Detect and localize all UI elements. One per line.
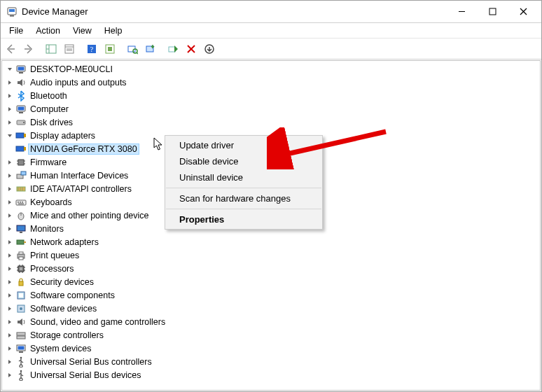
tree-item-label: Monitors <box>30 224 64 234</box>
chevron-right-icon[interactable] <box>5 171 15 181</box>
tree-item-system[interactable]: System devices <box>5 342 540 355</box>
svg-rect-36 <box>16 146 24 151</box>
chevron-right-icon[interactable] <box>5 158 15 167</box>
chevron-right-icon[interactable] <box>5 317 15 327</box>
chevron-right-icon[interactable] <box>5 251 15 260</box>
chevron-right-icon[interactable] <box>5 78 15 88</box>
context-menu-update-driver[interactable]: Update driver <box>165 137 322 153</box>
chevron-right-icon[interactable] <box>5 118 15 127</box>
chevron-right-icon[interactable] <box>5 184 15 194</box>
storage-ctl-icon <box>15 330 27 341</box>
forward-button[interactable] <box>20 41 37 57</box>
menu-help[interactable]: Help <box>99 24 128 37</box>
sound-icon <box>15 316 27 328</box>
svg-rect-58 <box>17 240 24 244</box>
keyboard-icon <box>15 197 27 208</box>
menu-action[interactable]: Action <box>30 24 66 37</box>
tree-item-swcomp[interactable]: Software components <box>5 288 540 302</box>
tree-item-label: IDE ATA/ATAPI controllers <box>30 184 132 194</box>
chevron-down-icon[interactable] <box>5 64 15 74</box>
tree-item-label: Storage controllers <box>30 330 104 340</box>
svg-rect-62 <box>19 257 23 260</box>
toolbar: ? <box>1 38 541 59</box>
hid-icon <box>15 170 27 181</box>
chevron-right-icon[interactable] <box>5 330 15 340</box>
menu-file[interactable]: File <box>4 24 29 37</box>
tree-item-label: Software components <box>30 290 115 300</box>
minimize-button[interactable] <box>446 1 477 22</box>
svg-rect-75 <box>19 293 23 298</box>
window-title: Device Manager <box>22 6 88 17</box>
chevron-right-icon[interactable] <box>5 197 15 207</box>
show-hide-tree-button[interactable] <box>43 41 60 57</box>
tree-item-network[interactable]: Network adapters <box>5 235 540 248</box>
software-comp-icon <box>15 290 27 301</box>
chevron-right-icon[interactable] <box>5 237 15 247</box>
tree-item-label: Human Interface Devices <box>30 171 128 181</box>
disable-device-toolbar-button[interactable] <box>201 41 218 57</box>
tree-item-printq[interactable]: Print queues <box>5 248 540 262</box>
tree-item-usbdev[interactable]: Universal Serial Bus devices <box>5 368 540 382</box>
svg-rect-34 <box>16 133 24 138</box>
context-menu-scan-hardware[interactable]: Scan for hardware changes <box>165 190 322 206</box>
properties-toolbar-button[interactable] <box>61 41 78 57</box>
tree-item-security[interactable]: Security devices <box>5 275 540 288</box>
chevron-right-icon[interactable] <box>5 264 15 274</box>
svg-rect-52 <box>22 202 23 203</box>
menu-view[interactable]: View <box>67 24 97 37</box>
svg-point-33 <box>23 122 25 123</box>
chevron-right-icon[interactable] <box>5 357 15 367</box>
chevron-right-icon[interactable] <box>5 370 15 380</box>
chevron-right-icon[interactable] <box>5 290 15 300</box>
tree-item-label: Sound, video and game controllers <box>30 317 165 327</box>
update-driver-toolbar-button[interactable] <box>142 41 159 57</box>
chevron-right-icon[interactable] <box>5 104 15 114</box>
enable-device-toolbar-button[interactable] <box>165 41 181 57</box>
action-toolbar-button[interactable] <box>102 41 118 57</box>
tree-item-usbctl[interactable]: Universal Serial Bus controllers <box>5 355 540 368</box>
tree-item-storagectl[interactable]: Storage controllers <box>5 328 540 342</box>
chevron-right-icon[interactable] <box>5 304 15 314</box>
tree-item-bluetooth[interactable]: Bluetooth <box>5 89 540 102</box>
context-menu-separator <box>166 209 321 209</box>
chip-icon <box>15 157 27 168</box>
device-manager-window: Device Manager File Action View Help ? <box>0 0 542 392</box>
chevron-down-icon[interactable] <box>5 131 15 141</box>
tree-item-diskdrives[interactable]: Disk drives <box>5 115 540 129</box>
svg-rect-61 <box>19 252 23 254</box>
maximize-button[interactable] <box>477 1 508 22</box>
svg-rect-82 <box>19 351 23 353</box>
tree-item-label: Security devices <box>30 277 94 287</box>
tree-root-label: DESKTOP-ME0UCLI <box>30 64 113 74</box>
close-button[interactable] <box>508 1 538 22</box>
context-menu-properties[interactable]: Properties <box>165 211 322 227</box>
tree-item-computer[interactable]: Computer <box>5 102 540 115</box>
context-menu-uninstall-device[interactable]: Uninstall device <box>165 169 322 186</box>
chevron-right-icon[interactable] <box>5 344 15 354</box>
network-icon <box>15 237 27 248</box>
help-toolbar-button[interactable]: ? <box>83 41 100 57</box>
tree-item-audio[interactable]: Audio inputs and outputs <box>5 76 540 89</box>
tree-item-processors[interactable]: Processors <box>5 262 540 275</box>
ide-icon <box>15 183 27 195</box>
back-button[interactable] <box>2 41 19 57</box>
chevron-right-icon[interactable] <box>5 91 15 101</box>
software-dev-icon <box>15 303 27 314</box>
svg-rect-31 <box>19 112 23 113</box>
svg-rect-73 <box>19 281 23 286</box>
svg-point-83 <box>20 356 22 358</box>
context-menu-disable-device[interactable]: Disable device <box>165 153 322 169</box>
disk-icon <box>15 117 27 128</box>
tree-item-swdev[interactable]: Software devices <box>5 302 540 315</box>
tree-root[interactable]: DESKTOP-ME0UCLI <box>5 62 540 76</box>
svg-rect-1 <box>9 9 15 12</box>
chevron-right-icon[interactable] <box>5 211 15 220</box>
chevron-right-icon[interactable] <box>5 277 15 287</box>
svg-rect-37 <box>24 147 26 150</box>
chevron-right-icon[interactable] <box>5 224 15 234</box>
uninstall-device-toolbar-button[interactable] <box>183 41 200 57</box>
tree-item-label: Bluetooth <box>30 91 67 101</box>
scan-hardware-toolbar-button[interactable] <box>124 41 141 57</box>
tree-item-label: Print queues <box>30 251 79 260</box>
tree-item-sound[interactable]: Sound, video and game controllers <box>5 315 540 328</box>
